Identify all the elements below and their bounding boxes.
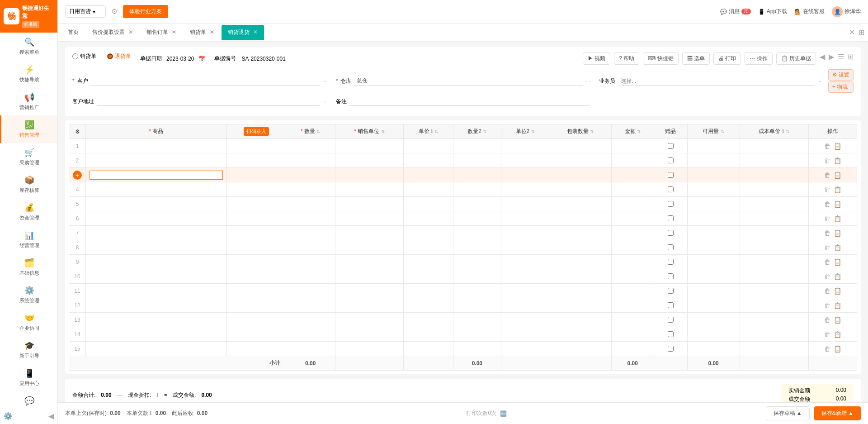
qty2-cell[interactable] (453, 197, 501, 211)
cost-price-cell[interactable] (740, 327, 808, 342)
unit-price-cell[interactable] (404, 342, 453, 356)
amount-cell[interactable] (611, 168, 654, 182)
quantity-cell[interactable] (286, 153, 335, 168)
warehouse-input[interactable] (354, 77, 583, 86)
sort-icon[interactable]: ⇅ (531, 129, 535, 134)
product-cell[interactable] (86, 240, 227, 255)
unit-price-cell[interactable] (404, 284, 453, 298)
unit2-cell[interactable] (501, 284, 549, 298)
available-cell[interactable] (687, 182, 740, 197)
th-settings[interactable]: ⚙ (69, 124, 86, 139)
gift-checkbox[interactable] (668, 186, 674, 192)
gift-cell[interactable] (654, 298, 687, 313)
tab-close-icon[interactable]: ✕ (128, 29, 133, 35)
cost-price-cell[interactable] (740, 168, 808, 182)
agent-input[interactable] (618, 77, 814, 86)
sales-unit-cell[interactable] (335, 342, 404, 356)
copy-btn[interactable]: 📋 (833, 286, 842, 295)
cost-price-cell[interactable] (740, 313, 808, 327)
sales-unit-cell[interactable] (335, 197, 404, 211)
qty2-cell[interactable] (453, 327, 501, 342)
copy-btn[interactable]: 📋 (833, 301, 842, 310)
product-input[interactable] (90, 171, 223, 180)
available-cell[interactable] (687, 240, 740, 255)
unit2-cell[interactable] (501, 342, 549, 356)
unit2-cell[interactable] (501, 313, 549, 327)
sidebar-item-search[interactable]: 🔍 搜索菜单 (0, 33, 57, 60)
pack-qty-cell[interactable] (549, 240, 611, 255)
history-btn[interactable]: 📋 历史单据 (776, 52, 816, 65)
info-icon[interactable]: ℹ (156, 392, 159, 398)
gift-cell[interactable] (654, 168, 687, 182)
quantity-cell[interactable] (286, 313, 335, 327)
agent-select-btn[interactable]: ··· (817, 78, 822, 84)
gift-checkbox[interactable] (668, 172, 674, 178)
copy-btn[interactable]: 📋 (833, 257, 842, 267)
quantity-cell[interactable] (286, 255, 335, 269)
sidebar-item-shortcut[interactable]: ⚡ 快捷导航 (0, 60, 57, 88)
customer-input[interactable] (91, 77, 320, 86)
available-cell[interactable] (687, 211, 740, 226)
pack-qty-cell[interactable] (549, 226, 611, 240)
unit-price-cell[interactable] (404, 153, 453, 168)
gift-checkbox[interactable] (668, 302, 674, 308)
product-cell[interactable] (86, 327, 227, 342)
delete-btn[interactable]: 🗑 (823, 229, 831, 238)
delete-btn[interactable]: 🗑 (823, 344, 831, 353)
tab-close-icon[interactable]: ✕ (253, 29, 258, 35)
cost-price-cell[interactable] (740, 255, 808, 269)
cost-price-cell[interactable] (740, 153, 808, 168)
qty2-cell[interactable] (453, 269, 501, 284)
unit2-cell[interactable] (501, 240, 549, 255)
cost-price-cell[interactable] (740, 211, 808, 226)
info-icon[interactable]: ℹ (782, 128, 784, 134)
gift-cell[interactable] (654, 153, 687, 168)
gift-checkbox[interactable] (668, 317, 674, 323)
delete-btn[interactable]: 🗑 (823, 330, 831, 339)
info-icon[interactable]: ℹ (431, 128, 433, 134)
tab-expand-icon[interactable]: ⊞ (859, 28, 864, 37)
quantity-cell[interactable] (286, 298, 335, 313)
product-cell[interactable] (86, 313, 227, 327)
calendar-icon[interactable]: 📅 (198, 56, 205, 62)
cost-price-cell[interactable] (740, 139, 808, 153)
nav-next-icon[interactable]: ▶ (829, 52, 834, 65)
sales-unit-cell[interactable] (335, 269, 404, 284)
copy-btn[interactable]: 📋 (833, 315, 842, 324)
th-scan[interactable]: 扫码录入 (226, 124, 286, 139)
pack-qty-cell[interactable] (549, 197, 611, 211)
product-cell[interactable] (86, 255, 227, 269)
select-btn[interactable]: ☰ 选单 (682, 52, 710, 65)
cost-price-cell[interactable] (740, 342, 808, 356)
product-cell[interactable] (86, 153, 227, 168)
gift-cell[interactable] (654, 342, 687, 356)
quantity-cell[interactable] (286, 269, 335, 284)
gift-cell[interactable] (654, 240, 687, 255)
unit-price-cell[interactable] (404, 313, 453, 327)
amount-cell[interactable] (611, 269, 654, 284)
unit-price-cell[interactable] (404, 327, 453, 342)
sort-icon[interactable]: ⇅ (590, 129, 594, 134)
product-cell[interactable] (86, 342, 227, 356)
warehouse-select-btn[interactable]: ··· (585, 78, 590, 84)
sales-unit-cell[interactable] (335, 327, 404, 342)
qty2-cell[interactable] (453, 342, 501, 356)
gift-checkbox[interactable] (668, 230, 674, 236)
tab-close-icon[interactable]: ✕ (210, 29, 214, 35)
unit2-cell[interactable] (501, 211, 549, 226)
sales-unit-cell[interactable] (335, 168, 404, 182)
unit-price-cell[interactable] (404, 226, 453, 240)
sort-icon[interactable]: ⇅ (786, 129, 789, 134)
add-row-btn[interactable]: + (73, 171, 82, 180)
gift-checkbox[interactable] (668, 273, 674, 279)
delete-btn[interactable]: 🗑 (823, 214, 831, 223)
message-btn[interactable]: 💬 消息 70 (720, 8, 751, 15)
product-cell[interactable] (86, 139, 227, 153)
sort-icon[interactable]: ⇅ (381, 129, 385, 134)
unit-price-cell[interactable] (404, 139, 453, 153)
sales-unit-cell[interactable] (335, 284, 404, 298)
sidebar-item-apps[interactable]: 📱 应用中心 (0, 364, 57, 391)
cost-price-cell[interactable] (740, 197, 808, 211)
sort-icon[interactable]: ⇅ (637, 129, 641, 134)
qty2-cell[interactable] (453, 182, 501, 197)
